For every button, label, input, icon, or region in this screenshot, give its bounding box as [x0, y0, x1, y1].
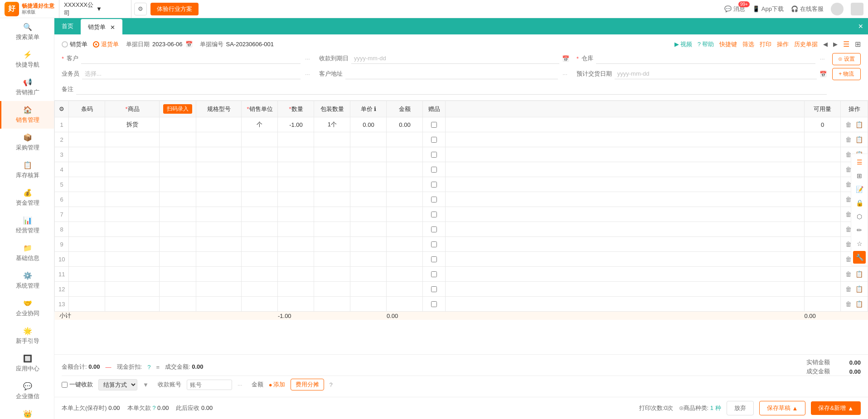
cell-price[interactable] — [350, 297, 387, 312]
cell-qty[interactable] — [278, 207, 314, 222]
cell-qty[interactable] — [278, 222, 314, 237]
sidebar-item-sales-mgmt[interactable]: 🏠 销售管理 — [0, 101, 54, 129]
cell-spec[interactable] — [196, 267, 242, 282]
payment-arrow-icon[interactable]: ▼ — [143, 381, 149, 388]
right-star-icon[interactable]: ☆ — [853, 237, 866, 250]
delete-row-btn[interactable]: 🗑 — [844, 135, 853, 144]
cell-qty[interactable] — [278, 267, 314, 282]
video-help-btn[interactable]: ▶ 视频 — [674, 40, 692, 48]
help-btn[interactable]: ? 帮助 — [698, 40, 714, 48]
barcode-input[interactable] — [73, 151, 101, 158]
cell-qty[interactable] — [278, 237, 314, 252]
gift-checkbox[interactable] — [431, 226, 437, 232]
sidebar-item-new-guide[interactable]: 🌟 新手引导 — [0, 322, 54, 350]
dots-account[interactable]: ··· — [238, 381, 242, 388]
barcode-input[interactable] — [73, 196, 101, 203]
setting-btn[interactable]: ⊙ 设置 — [832, 53, 861, 65]
one-click-checkbox-input[interactable] — [62, 382, 68, 388]
save-draft-btn[interactable]: 保存草稿 ▲ — [759, 401, 806, 415]
user-avatar-secondary[interactable] — [851, 3, 863, 15]
tab-sales-order[interactable]: 销货单 ✕ — [81, 19, 122, 35]
cell-price[interactable] — [350, 282, 387, 297]
cell-price[interactable] — [350, 177, 387, 192]
salesman-input[interactable] — [82, 68, 301, 79]
spec-input[interactable] — [200, 286, 238, 293]
cell-spec[interactable] — [196, 222, 242, 237]
cell-price[interactable] — [350, 162, 387, 177]
copy-row-btn[interactable]: 📋 — [854, 270, 864, 279]
sidebar-item-member[interactable]: 👑 畅会员 — [0, 405, 54, 419]
one-click-payment-checkbox[interactable]: 一键收款 — [62, 380, 93, 389]
list-view-icon[interactable]: ☰ — [843, 40, 849, 48]
barcode-input[interactable] — [73, 226, 101, 233]
cell-qty[interactable]: -1.00 — [278, 117, 314, 132]
cell-barcode[interactable] — [69, 177, 105, 192]
cell-price[interactable] — [350, 222, 387, 237]
cell-barcode[interactable] — [69, 162, 105, 177]
delete-row-btn[interactable]: 🗑 — [844, 284, 853, 294]
warehouse-dots-btn[interactable]: ··· — [818, 54, 827, 63]
history-btn[interactable]: 历史单据 — [794, 40, 818, 48]
sidebar-item-inventory[interactable]: 📋 库存核算 — [0, 156, 54, 184]
cell-spec[interactable] — [196, 177, 242, 192]
expected-date-calendar-icon[interactable]: 📅 — [820, 71, 827, 77]
gift-checkbox[interactable] — [431, 167, 437, 173]
fee-split-btn[interactable]: 费用分摊 — [291, 379, 324, 390]
gift-checkbox[interactable] — [431, 212, 437, 217]
addr-dots-btn[interactable]: ··· — [561, 70, 569, 78]
cell-spec[interactable] — [196, 132, 242, 147]
cell-price[interactable] — [350, 237, 387, 252]
cell-qty[interactable] — [278, 162, 314, 177]
spec-input[interactable] — [200, 196, 238, 203]
fee-info-icon[interactable]: ? — [330, 381, 333, 388]
sidebar-item-quick-nav[interactable]: ⚡ 快捷导航 — [0, 46, 54, 73]
company-selector[interactable]: XXXXXX公司 ▼ — [59, 0, 131, 19]
copy-row-btn[interactable]: 📋 — [854, 299, 864, 308]
right-tool-icon[interactable]: 🔧 — [853, 251, 866, 264]
right-list-view-icon[interactable]: ☰ — [853, 156, 866, 169]
right-expand-icon[interactable]: ⬡ — [853, 210, 866, 223]
account-input[interactable] — [187, 380, 232, 390]
cell-price[interactable] — [350, 252, 387, 267]
sidebar-item-marketing[interactable]: 📢 营销推广 — [0, 73, 54, 101]
product-type-value[interactable]: 1 种 — [710, 405, 721, 411]
spec-input[interactable] — [200, 151, 238, 158]
cell-spec[interactable] — [196, 282, 242, 297]
shortcut-btn[interactable]: 快捷键 — [719, 40, 737, 48]
cell-spec[interactable] — [196, 207, 242, 222]
save-new-btn[interactable]: 保存&新增 ▲ — [811, 401, 861, 415]
filter-btn[interactable]: 筛选 — [742, 40, 754, 48]
calc-method-select[interactable]: 结算方式 — [98, 379, 137, 390]
cell-barcode[interactable] — [69, 147, 105, 162]
spec-input[interactable] — [200, 256, 238, 263]
cell-barcode[interactable] — [69, 117, 105, 132]
trial-btn[interactable]: 体验行业方案 — [150, 3, 199, 15]
copy-row-btn[interactable]: 📋 — [854, 284, 864, 294]
spec-input[interactable] — [200, 211, 238, 218]
online-service-btn[interactable]: 🎧 在线客服 — [791, 5, 824, 13]
sidebar-item-finance[interactable]: 💰 资金管理 — [0, 184, 54, 212]
th-settings[interactable]: ⚙ — [55, 101, 69, 117]
customer-addr-input[interactable] — [345, 68, 558, 79]
logistics-btn[interactable]: + 物流 — [832, 68, 861, 80]
barcode-input[interactable] — [73, 211, 101, 218]
sidebar-item-base-info[interactable]: 📁 基础信息 — [0, 239, 54, 267]
spec-input[interactable] — [200, 181, 238, 188]
right-grid-view-icon[interactable]: ⊞ — [853, 169, 866, 182]
cell-spec[interactable] — [196, 192, 242, 207]
tab-close-icon[interactable]: ✕ — [110, 24, 115, 31]
spec-input[interactable] — [200, 121, 238, 128]
cell-spec[interactable] — [196, 252, 242, 267]
cell-barcode[interactable] — [69, 297, 105, 312]
cell-spec[interactable] — [196, 297, 242, 312]
cell-spec[interactable] — [196, 117, 242, 132]
cell-barcode[interactable] — [69, 282, 105, 297]
cell-barcode[interactable] — [69, 252, 105, 267]
sidebar-item-enterprise[interactable]: 🤝 企业协同 — [0, 294, 54, 322]
copy-row-btn[interactable]: 📋 — [854, 135, 864, 144]
cell-price[interactable] — [350, 147, 387, 162]
settings-gear-btn[interactable]: ⚙ — [134, 3, 147, 15]
barcode-input[interactable] — [73, 241, 101, 248]
calendar-icon[interactable]: 📅 — [185, 41, 193, 48]
cell-qty[interactable] — [278, 132, 314, 147]
